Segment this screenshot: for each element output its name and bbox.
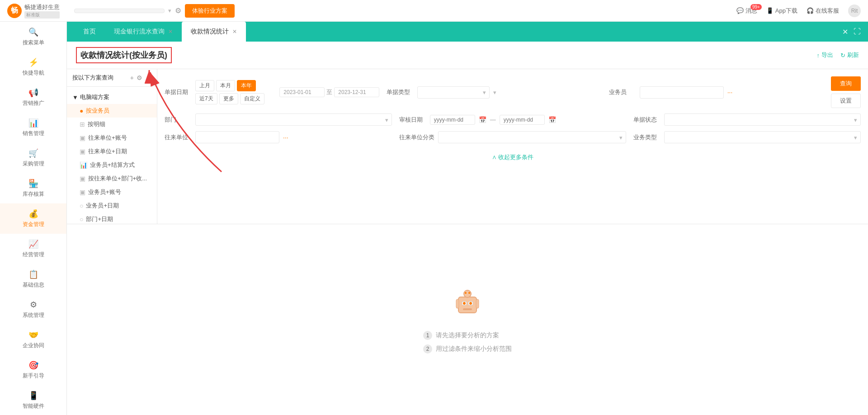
date-range-inputs: 至	[279, 87, 379, 97]
scheme-settings-icon[interactable]: ⚙	[137, 74, 142, 81]
close-all-tabs-icon[interactable]: ✕	[842, 28, 848, 36]
date-filter-label: 单据日期	[165, 88, 192, 96]
category-select[interactable]	[438, 131, 627, 143]
messages-nav-item[interactable]: 💬 消息 99+	[736, 7, 757, 15]
tree-collapse-icon: ▼	[72, 94, 78, 101]
last-month-btn[interactable]: 上月	[195, 80, 214, 91]
ss-icon: 📊	[80, 161, 87, 169]
scheme-ca-label: 往来单位+账号	[88, 134, 127, 142]
sidebar-item-search[interactable]: 🔍 搜索菜单	[0, 22, 66, 52]
online-service-nav-item[interactable]: 🎧 在线客服	[807, 7, 839, 15]
scheme-salesperson-date[interactable]: ○ 业务员+日期	[67, 199, 157, 212]
more-date-btn[interactable]: 更多	[219, 93, 238, 104]
sidebar-item-operations[interactable]: 📈 经营管理	[0, 234, 66, 264]
desktop-schemes-title[interactable]: ▼ 电脑端方案	[67, 90, 157, 104]
date-end-input[interactable]	[334, 87, 379, 97]
search-icon: 🔍	[28, 27, 38, 37]
scheme-dept-date[interactable]: ○ 部门+日期	[67, 212, 157, 224]
left-panel: 按以下方案查询 + ⚙ 《 ▼ 电脑端方案	[67, 69, 157, 224]
businesstype-select[interactable]	[664, 131, 861, 143]
sa-icon: ▣	[80, 189, 85, 196]
sidebar-label-collab: 企业协同	[23, 342, 44, 349]
scheme-salesperson-settlement[interactable]: 📊 业务员+结算方式	[67, 158, 157, 172]
date-start-input[interactable]	[279, 87, 325, 97]
hardware-icon: 📱	[28, 391, 38, 401]
filter-row-2: 部门 审核日期 📅 —	[165, 113, 861, 126]
sidebar-item-collab[interactable]: 🤝 企业协同	[0, 325, 66, 355]
filter-row-3: 往来单位 ··· 往来单位分类	[165, 131, 861, 143]
sidebar-item-quicknav[interactable]: ⚡ 快捷导航	[0, 52, 66, 82]
refresh-button[interactable]: ↻ 刷新	[840, 51, 859, 59]
scheme-counterparty-dept-collect[interactable]: ▣ 按往来单位+部门+收...	[67, 172, 157, 185]
tab-cash-flow-close[interactable]: ✕	[168, 28, 173, 35]
top-bar: 畅 畅捷通好生意 标准版 ▾ ⚙ 体验行业方案 💬 消息 99+ 📱 App下载…	[0, 0, 868, 22]
tab-home-label: 首页	[83, 28, 96, 36]
doctype-filter-label: 单据类型	[387, 88, 414, 96]
settings-button[interactable]: 设置	[831, 94, 861, 108]
add-scheme-icon[interactable]: +	[130, 74, 134, 81]
sidebar-item-inventory[interactable]: 🏪 库存核算	[0, 173, 66, 203]
scheme-cdc-label: 按往来单位+部门+收...	[88, 174, 147, 183]
dd-icon: ○	[80, 216, 83, 223]
tab-collection-stats-close[interactable]: ✕	[232, 28, 237, 35]
custom-date-btn[interactable]: 自定义	[240, 93, 264, 104]
tip-text-2: 用过滤条件来缩小分析范围	[436, 345, 512, 353]
sidebar-label-quicknav: 快捷导航	[23, 69, 44, 77]
scheme-salesperson-account[interactable]: ▣ 业务员+账号	[67, 185, 157, 199]
maximize-icon[interactable]: ⛶	[854, 28, 861, 36]
tab-home[interactable]: 首页	[74, 22, 105, 42]
scheme-counterparty-date[interactable]: ▣ 往来单位+日期	[67, 145, 157, 158]
tip-item-2: 2 用过滤条件来缩小分析范围	[423, 344, 512, 354]
cdc-icon: ▣	[80, 175, 85, 182]
salesperson-more-btn[interactable]: ···	[727, 89, 733, 96]
salesperson-input[interactable]	[640, 86, 724, 99]
this-year-btn[interactable]: 本年	[237, 80, 256, 91]
top-nav-icons: 💬 消息 99+ 📱 App下载 🎧 在线客服 Rit	[736, 5, 861, 17]
page-content: 收款情况统计(按业务员) ↑ 导出 ↻ 刷新 按以下	[67, 42, 868, 415]
sidebar-item-guide[interactable]: 🎯 新手引导	[0, 355, 66, 385]
app-download-nav-item[interactable]: 📱 App下载	[766, 7, 797, 15]
sidebar-item-hardware[interactable]: 📱 智能硬件	[0, 385, 66, 415]
filter-doctype-item: 单据类型 ▾	[387, 86, 601, 99]
trial-button[interactable]: 体验行业方案	[185, 4, 235, 18]
svg-rect-5	[463, 308, 472, 310]
tab-cash-flow[interactable]: 现金银行流水查询 ✕	[105, 22, 182, 42]
panel-header-title: 按以下方案查询	[72, 74, 113, 82]
audit-start-cal-icon[interactable]: 📅	[479, 116, 486, 123]
sidebar-item-purchase[interactable]: 🛒 采购管理	[0, 143, 66, 173]
page-header-actions: ↑ 导出 ↻ 刷新	[817, 51, 859, 59]
sidebar-item-system[interactable]: ⚙ 系统管理	[0, 294, 66, 325]
sidebar-item-marketing[interactable]: 📢 营销推广	[0, 82, 66, 113]
this-month-btn[interactable]: 本月	[216, 80, 235, 91]
audit-start-input[interactable]	[430, 115, 475, 125]
tab-collection-stats[interactable]: 收款情况统计 ✕	[182, 22, 246, 42]
counterparty-more-btn[interactable]: ···	[283, 134, 288, 141]
search-dropdown-icon[interactable]: ▾	[168, 7, 171, 14]
audit-end-input[interactable]	[500, 115, 545, 125]
sidebar-item-basic-info[interactable]: 📋 基础信息	[0, 264, 66, 294]
sidebar-label-hardware: 智能硬件	[23, 402, 44, 410]
collapse-more-btn[interactable]: ∧ 收起更多条件	[165, 149, 861, 166]
download-icon: 📱	[766, 7, 774, 14]
filter-docstatus-item: 单据状态	[633, 113, 861, 126]
last-7days-btn[interactable]: 近7天	[195, 93, 217, 104]
counterparty-input[interactable]	[195, 131, 279, 143]
query-button[interactable]: 查询	[831, 76, 861, 91]
sidebar-item-finance[interactable]: 💰 资金管理	[0, 203, 66, 234]
user-avatar[interactable]: Rit	[848, 5, 861, 17]
docstatus-select[interactable]	[664, 113, 861, 126]
export-button[interactable]: ↑ 导出	[817, 51, 834, 59]
collapse-panel-icon[interactable]: 《	[145, 74, 151, 82]
settings-icon[interactable]: ⚙	[175, 6, 181, 15]
svg-point-3	[463, 302, 466, 305]
audit-end-cal-icon[interactable]: 📅	[548, 116, 556, 123]
scheme-by-salesperson[interactable]: ● 按业务员	[67, 104, 157, 118]
sidebar-label-inventory: 库存核算	[23, 190, 44, 198]
dept-select[interactable]	[195, 113, 392, 126]
scheme-counterparty-account[interactable]: ▣ 往来单位+账号	[67, 131, 157, 145]
dept-filter-label: 部门	[165, 116, 192, 124]
sidebar-item-sales[interactable]: 📊 销售管理	[0, 113, 66, 143]
logo-area: 畅 畅捷通好生意 标准版	[7, 3, 74, 19]
scheme-by-detail[interactable]: ⊞ 按明细	[67, 118, 157, 131]
doctype-select[interactable]	[417, 86, 490, 99]
